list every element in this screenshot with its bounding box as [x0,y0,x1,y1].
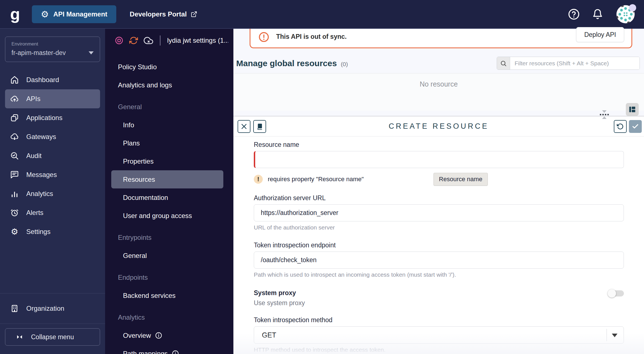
api-title: lydia jwt settings (1... [167,37,228,44]
top-bar: g ⚙ API Management Developers Portal [0,0,644,29]
status-badge [629,4,636,11]
gear-icon: ⚙ [41,10,49,19]
sidebar-item-settings[interactable]: ⚙ Settings [5,222,100,241]
drag-dots-icon [600,114,609,115]
reset-button[interactable] [614,120,627,133]
filter-resources-input[interactable] [510,57,640,70]
empty-state-label: No resource [420,80,458,88]
system-proxy-label: System proxy [254,289,305,297]
info-icon [155,332,162,339]
sidebar-item-label: Settings [26,228,51,236]
sidebar-item-gateways[interactable]: Gateways [5,127,100,146]
cloud-error-icon[interactable] [144,36,153,45]
sidebar-item-analytics[interactable]: Analytics [5,184,100,203]
cloud-upload-icon [10,94,19,103]
documentation-button[interactable] [253,120,266,133]
close-icon [240,123,248,130]
sidebar-item-label: Applications [26,114,62,122]
sidebar-item-label: Dashboard [26,76,59,84]
api-sidebar: lydia jwt settings (1... Policy Studio A… [105,29,233,354]
sidebar-item-label: Alerts [26,209,43,217]
collapse-menu-button[interactable]: Collapse menu [5,328,100,346]
page-title: Manage global resources [236,59,337,68]
toggle-knob [608,289,616,298]
bell-icon [592,9,603,20]
api-menu-plans[interactable]: Plans [105,134,233,152]
sidebar-item-audit[interactable]: Audit [5,146,100,165]
app-window: g ⚙ API Management Developers Portal [0,0,644,354]
close-button[interactable] [238,120,250,133]
help-circle-icon [568,8,580,20]
notifications-button[interactable] [592,9,603,20]
deploy-api-button[interactable]: Deploy API [576,27,624,42]
building-icon [10,304,19,313]
toggle-panel-layout-button[interactable] [626,103,639,116]
sidebar-item-alerts[interactable]: Alerts [5,203,100,222]
sidebar-item-dashboard[interactable]: Dashboard [5,70,100,89]
error-field-chip: Resource name [434,173,487,186]
api-menu-policy-studio[interactable]: Policy Studio [105,58,233,76]
api-menu-entrypoints-general[interactable]: General [105,247,233,265]
api-menu-path-mappings[interactable]: Path mappings [105,345,233,354]
user-avatar[interactable] [616,6,636,23]
api-menu-section-endpoints: Endpoints [105,269,233,286]
warning-icon [258,31,269,42]
panel-title: CREATE RESOURCE [389,122,489,131]
api-menu-info[interactable]: Info [105,116,233,134]
alarm-icon [10,208,19,217]
sync-icon[interactable] [129,36,138,45]
sidebar-item-label: Organization [26,305,64,312]
auth-url-label: Authorization server URL [254,194,624,202]
auth-url-input[interactable] [254,204,624,221]
panel-resize-handle[interactable] [598,110,611,119]
external-link-icon [191,11,197,18]
sidebar-item-applications[interactable]: Applications [5,108,100,127]
sidebar-item-label: Audit [26,152,42,160]
auth-url-helper: URL of the authorization server [254,224,624,231]
system-proxy-toggle[interactable] [608,290,624,296]
api-menu-section-general: General [105,98,233,116]
resize-up-icon [602,116,607,119]
chat-icon [10,170,19,179]
api-menu-overview[interactable]: Overview [105,326,233,345]
sidebar-item-apis[interactable]: APIs [5,89,100,108]
help-button[interactable] [568,8,580,20]
book-icon [256,123,263,130]
cloud-download-icon [10,132,19,141]
split-layout-icon [628,105,636,114]
api-menu-properties[interactable]: Properties [105,152,233,170]
environment-selector[interactable]: Environment fr-apim-master-dev [5,37,100,62]
api-management-button[interactable]: ⚙ API Management [32,5,116,23]
system-proxy-sublabel: Use system proxy [254,299,305,307]
environment-value: fr-apim-master-dev [11,49,66,57]
resource-form: Resource name ! requires property "Resou… [233,137,644,353]
check-icon [632,123,639,130]
collapse-icon [15,333,24,341]
introspect-endpoint-helper: Path which is used to introspect an inco… [254,271,624,278]
stop-record-icon[interactable] [115,36,124,45]
developers-portal-link[interactable]: Developers Portal [130,10,197,18]
divider [160,35,160,46]
api-menu-resources[interactable]: Resources [111,170,223,188]
api-menu-user-group-access[interactable]: User and group access [105,207,233,225]
introspect-method-helper: HTTP method used to introspect the acces… [254,346,624,353]
sidebar-item-label: Gateways [26,133,56,141]
api-menu-analytics-logs[interactable]: Analytics and logs [105,76,233,94]
info-icon [172,350,179,354]
introspect-method-select[interactable]: GET [254,326,624,344]
api-menu-backend-services[interactable]: Backend services [105,286,233,305]
search-icon [497,57,510,70]
copy-icon [10,113,19,122]
introspect-endpoint-label: Token introspection endpoint [254,241,624,249]
api-menu-documentation[interactable]: Documentation [105,188,233,207]
out-of-sync-banner: This API is out of sync. Deploy API [250,29,632,48]
resource-name-input[interactable] [254,151,624,168]
save-resource-button[interactable] [629,120,642,133]
sidebar-item-messages[interactable]: Messages [5,165,100,184]
api-menu-section-entrypoints: Entrypoints [105,229,233,247]
introspect-endpoint-input[interactable] [254,252,624,269]
chevron-down-icon [89,51,94,54]
api-menu-section-analytics: Analytics [105,308,233,326]
sidebar-item-organization[interactable]: Organization [5,299,100,318]
error-exclamation-icon: ! [254,175,263,184]
